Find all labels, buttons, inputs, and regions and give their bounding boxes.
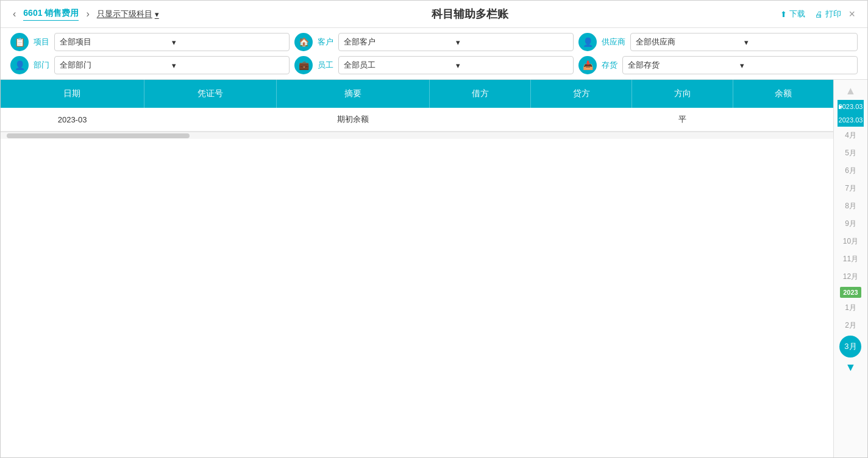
scrollbar-thumb[interactable] xyxy=(7,133,190,138)
col-debit: 借方 xyxy=(430,80,531,108)
col-direction: 方向 xyxy=(632,80,733,108)
employee-filter: 💼 员工 全部员工 ▾ xyxy=(294,56,574,74)
month-item[interactable]: 2023 xyxy=(840,287,862,298)
department-icon: 👤 xyxy=(10,56,29,74)
table-area: 日期 凭证号 摘要 借方 贷方 方向 余额 2023-03 期初余额 平 xyxy=(1,80,833,457)
department-filter: 👤 部门 全部部门 ▾ xyxy=(10,56,290,74)
print-button[interactable]: 🖨 打印 xyxy=(815,9,841,19)
month-item[interactable]: ▶2023.03 xyxy=(838,100,864,113)
month-item[interactable]: 6月 xyxy=(838,162,864,180)
col-summary: 摘要 xyxy=(277,80,430,108)
inventory-filter: 📥 存货 全部存货 ▾ xyxy=(578,56,858,74)
download-button[interactable]: ⬆ 下载 xyxy=(780,9,805,19)
inventory-value: 全部存货 xyxy=(628,60,740,71)
sidebar-down-button[interactable]: ▼ xyxy=(843,359,859,376)
customer-value: 全部客户 xyxy=(344,37,456,48)
supplier-filter: 👤 供应商 全部供应商 ▾ xyxy=(578,33,858,51)
cell-voucher xyxy=(144,108,277,132)
supplier-icon: 👤 xyxy=(578,33,597,51)
employee-value: 全部员工 xyxy=(344,60,456,71)
close-button[interactable]: × xyxy=(846,8,858,21)
employee-chevron-icon: ▾ xyxy=(456,61,568,70)
employee-label: 员工 xyxy=(318,60,333,71)
project-select[interactable]: 全部项目 ▾ xyxy=(54,33,290,51)
filter-bar: 📋 项目 全部项目 ▾ 🏠 客户 全部客户 ▾ 👤 供应商 全部供应商 ▾ xyxy=(1,28,867,80)
month-item[interactable]: 2023.03 xyxy=(838,113,864,127)
horizontal-scrollbar[interactable] xyxy=(1,132,833,139)
month-item[interactable]: 11月 xyxy=(838,250,864,268)
cell-direction: 平 xyxy=(632,108,733,132)
month-item[interactable]: 7月 xyxy=(838,180,864,197)
col-balance: 余额 xyxy=(733,80,833,108)
sidebar-up-button[interactable]: ▲ xyxy=(843,82,859,100)
customer-select[interactable]: 全部客户 ▾ xyxy=(338,33,574,51)
main-window: ‹ 6601 销售费用 › 只显示下级科目 ▾ 科目辅助多栏账 ⬆ 下载 🖨 打… xyxy=(0,0,868,458)
supplier-select[interactable]: 全部供应商 ▾ xyxy=(630,33,858,51)
top-bar: ‹ 6601 销售费用 › 只显示下级科目 ▾ 科目辅助多栏账 ⬆ 下载 🖨 打… xyxy=(1,1,867,28)
month-item[interactable]: 5月 xyxy=(838,144,864,162)
inventory-icon: 📥 xyxy=(578,56,597,74)
download-label: 下载 xyxy=(789,9,805,19)
month-item[interactable]: 1月 xyxy=(838,299,864,317)
supplier-label: 供应商 xyxy=(602,37,625,48)
department-value: 全部部门 xyxy=(60,60,172,71)
download-icon: ⬆ xyxy=(780,10,787,19)
month-item[interactable]: 9月 xyxy=(838,215,864,233)
project-value: 全部项目 xyxy=(60,37,172,48)
supplier-value: 全部供应商 xyxy=(636,37,744,48)
cell-balance xyxy=(733,108,833,132)
department-select[interactable]: 全部部门 ▾ xyxy=(54,56,290,74)
month-item[interactable]: 4月 xyxy=(838,127,864,144)
col-credit: 贷方 xyxy=(531,80,632,108)
cell-debit xyxy=(430,108,531,132)
show-sub-label: 只显示下级科目 xyxy=(97,9,152,19)
customer-label: 客户 xyxy=(318,37,333,48)
project-filter: 📋 项目 全部项目 ▾ xyxy=(10,33,290,51)
customer-icon: 🏠 xyxy=(294,33,313,51)
department-label: 部门 xyxy=(34,60,49,71)
employee-icon: 💼 xyxy=(294,56,313,74)
col-voucher: 凭证号 xyxy=(144,80,277,108)
customer-filter: 🏠 客户 全部客户 ▾ xyxy=(294,33,574,51)
cell-credit xyxy=(531,108,632,132)
department-chevron-icon: ▾ xyxy=(172,61,284,70)
data-table: 日期 凭证号 摘要 借方 贷方 方向 余额 2023-03 期初余额 平 xyxy=(1,80,833,132)
table-header-row: 日期 凭证号 摘要 借方 贷方 方向 余额 xyxy=(1,80,833,108)
project-chevron-icon: ▾ xyxy=(172,38,284,47)
account-code: 6601 销售费用 xyxy=(23,8,79,21)
project-icon: 📋 xyxy=(10,33,29,51)
inventory-chevron-icon: ▾ xyxy=(740,61,852,70)
print-icon: 🖨 xyxy=(815,10,823,19)
next-account-button[interactable]: › xyxy=(84,7,91,21)
chevron-down-icon: ▾ xyxy=(155,10,159,19)
month-item[interactable]: 3月 xyxy=(839,336,861,358)
top-actions: ⬆ 下载 🖨 打印 xyxy=(780,9,841,19)
inventory-label: 存货 xyxy=(602,60,617,71)
cell-summary: 期初余额 xyxy=(277,108,430,132)
page-title: 科目辅助多栏账 xyxy=(164,7,776,21)
month-item[interactable]: 10月 xyxy=(838,233,864,250)
col-date: 日期 xyxy=(1,80,144,108)
project-label: 项目 xyxy=(34,37,49,48)
cell-date: 2023-03 xyxy=(1,108,144,132)
month-item[interactable]: 12月 xyxy=(838,268,864,286)
show-sub-accounts-button[interactable]: 只显示下级科目 ▾ xyxy=(97,9,159,19)
inventory-select[interactable]: 全部存货 ▾ xyxy=(622,56,858,74)
month-sidebar: ▲ ▶2023.032023.034月5月6月7月8月9月10月11月12月20… xyxy=(833,80,867,457)
month-item[interactable]: 2月 xyxy=(838,317,864,334)
month-item[interactable]: 8月 xyxy=(838,197,864,215)
supplier-chevron-icon: ▾ xyxy=(744,38,853,47)
employee-select[interactable]: 全部员工 ▾ xyxy=(338,56,574,74)
table-row: 2023-03 期初余额 平 xyxy=(1,108,833,132)
customer-chevron-icon: ▾ xyxy=(456,38,568,47)
prev-account-button[interactable]: ‹ xyxy=(10,7,18,21)
print-label: 打印 xyxy=(825,9,841,19)
main-content: 日期 凭证号 摘要 借方 贷方 方向 余额 2023-03 期初余额 平 xyxy=(1,80,867,457)
